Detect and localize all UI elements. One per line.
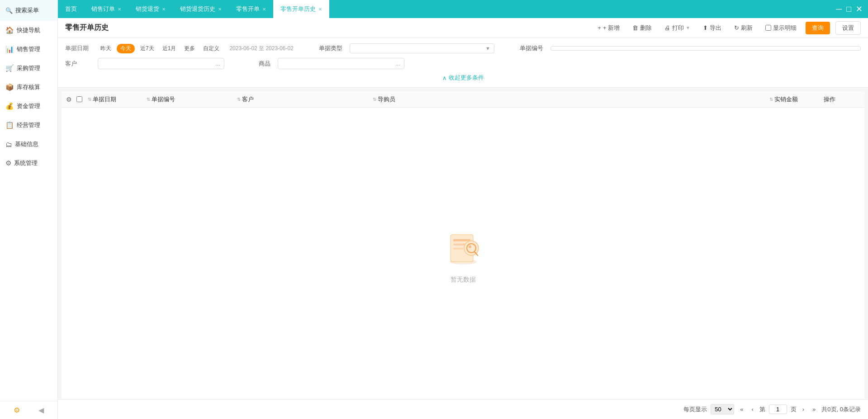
search-icon: 🔍 xyxy=(5,7,13,14)
sidebar-item-sales-mgmt[interactable]: 📊 销售管理 xyxy=(0,40,57,59)
sys-icon: ⚙ xyxy=(5,159,11,167)
main-content: 首页 销售订单 ✕ 销货退货 ✕ 销货退货历史 ✕ 零售开单 ✕ 零售开单历史 … xyxy=(58,0,868,419)
next-page-button[interactable]: › xyxy=(800,405,806,414)
select-all-checkbox[interactable] xyxy=(76,96,82,102)
add-button[interactable]: + + 新增 xyxy=(594,22,623,34)
last7-btn[interactable]: 近7天 xyxy=(138,44,157,53)
sidebar-item-purchase-mgmt[interactable]: 🛒 采购管理 xyxy=(0,59,57,78)
sidebar-item-base-info-label: 基础信息 xyxy=(15,140,38,148)
more-btn[interactable]: 更多 xyxy=(181,44,198,53)
sidebar-item-quick-nav[interactable]: 🏠 快捷导航 xyxy=(0,21,57,40)
print-button[interactable]: 🖨 打印 ▼ xyxy=(661,22,694,34)
page-label-text: 第 xyxy=(759,405,765,414)
table-settings-icon[interactable]: ⚙ xyxy=(66,96,72,103)
query-label: 查询 xyxy=(812,24,824,32)
close-tab-sales-return[interactable]: ✕ xyxy=(162,7,166,12)
close-tab-retail-open-history[interactable]: ✕ xyxy=(318,7,322,12)
collapse-filter-button[interactable]: ∧ 收起更多条件 xyxy=(442,74,484,82)
sidebar-item-inventory-label: 库存核算 xyxy=(17,83,40,91)
close-tab-sales-return-history[interactable]: ✕ xyxy=(218,7,222,12)
query-button[interactable]: 查询 xyxy=(806,22,830,34)
window-min-button[interactable]: ─ xyxy=(836,5,842,14)
export-button[interactable]: ⬆ 导出 xyxy=(699,22,725,34)
doc-type-select[interactable]: ▼ xyxy=(350,43,494,53)
col-header-amount[interactable]: ⇅ 实销金额 xyxy=(769,95,824,104)
tab-sales-return[interactable]: 销货退货 ✕ xyxy=(128,0,173,18)
doc-type-label: 单据类型 xyxy=(319,44,342,52)
window-max-button[interactable]: □ xyxy=(846,5,851,14)
refresh-button[interactable]: ↻ 刷新 xyxy=(730,22,756,34)
sidebar-item-base-info[interactable]: 🗂 基础信息 xyxy=(0,135,57,154)
settings-label: 设置 xyxy=(842,24,854,32)
sidebar-item-sys-mgmt[interactable]: ⚙ 系统管理 xyxy=(0,154,57,173)
tab-retail-open-history[interactable]: 零售开单历史 ✕ xyxy=(273,0,329,18)
table-columns: ⇅ 单据日期 ⇅ 单据编号 ⇅ 客户 ⇅ 导购员 ⇅ 实销 xyxy=(88,95,860,104)
export-icon: ⬆ xyxy=(703,24,708,31)
sidebar-item-finance-label: 资金管理 xyxy=(17,102,40,110)
tab-sales-order[interactable]: 销售订单 ✕ xyxy=(84,0,128,18)
doc-type-arrow-icon: ▼ xyxy=(485,46,490,51)
col-header-guide[interactable]: ⇅ 导购员 xyxy=(373,95,463,104)
ops-icon: 📋 xyxy=(5,121,14,129)
col-header-customer[interactable]: ⇅ 客户 xyxy=(237,95,373,104)
customer-input[interactable]: ... xyxy=(98,58,224,69)
custom-btn[interactable]: 自定义 xyxy=(200,44,222,53)
tab-retail-open-label: 零售开单 xyxy=(236,5,260,13)
close-tab-sales-order[interactable]: ✕ xyxy=(118,7,121,12)
last-month-btn[interactable]: 近1月 xyxy=(160,44,179,53)
display-detail-button[interactable]: 显示明细 xyxy=(762,22,800,34)
delete-button[interactable]: 🗑 删除 xyxy=(629,22,655,34)
svg-rect-4 xyxy=(453,248,463,250)
sidebar-search[interactable]: 🔍 搜索采单 xyxy=(0,0,57,21)
tab-home[interactable]: 首页 xyxy=(58,0,84,18)
yesterday-btn[interactable]: 昨天 xyxy=(98,44,114,53)
first-page-button[interactable]: « xyxy=(738,405,745,414)
goods-dots[interactable]: ... xyxy=(395,60,400,67)
prev-page-button[interactable]: ‹ xyxy=(749,405,755,414)
cart-icon: 🛒 xyxy=(5,64,14,72)
delete-label: 删除 xyxy=(640,24,652,32)
print-arrow-icon: ▼ xyxy=(686,25,690,30)
doc-num-input[interactable] xyxy=(550,46,861,51)
col-header-date[interactable]: ⇅ 单据日期 xyxy=(88,95,147,104)
sort-icon-amount: ⇅ xyxy=(769,97,773,102)
customer-dots[interactable]: ... xyxy=(215,60,220,67)
window-close-button[interactable]: ✕ xyxy=(856,4,863,14)
tab-sales-return-history[interactable]: 销货退货历史 ✕ xyxy=(173,0,229,18)
add-icon: + xyxy=(598,24,601,31)
col-customer-label: 客户 xyxy=(242,95,254,104)
col-date-label: 单据日期 xyxy=(93,95,116,104)
refresh-label: 刷新 xyxy=(741,24,753,32)
today-btn[interactable]: 今天 xyxy=(117,44,135,53)
sidebar-item-finance[interactable]: 💰 资金管理 xyxy=(0,97,57,116)
display-detail-checkbox[interactable] xyxy=(765,25,771,31)
sidebar-item-sales-mgmt-label: 销售管理 xyxy=(17,45,40,53)
filter-row-2: 客户 ... 商品 ... xyxy=(65,58,861,69)
empty-illustration xyxy=(441,223,486,268)
delete-icon: 🗑 xyxy=(632,24,638,31)
current-page-input[interactable] xyxy=(769,405,787,414)
display-detail-label: 显示明细 xyxy=(773,24,797,32)
base-icon: 🗂 xyxy=(5,141,12,148)
customer-filter-label: 客户 xyxy=(65,60,90,68)
sidebar-item-inventory[interactable]: 📦 库存核算 xyxy=(0,78,57,97)
tab-retail-open[interactable]: 零售开单 ✕ xyxy=(229,0,273,18)
toolbar: 零售开单历史 + + 新增 🗑 删除 🖨 打印 ▼ ⬆ 导出 ↻ 刷新 xyxy=(58,18,868,38)
sort-icon: ⇅ xyxy=(88,97,91,102)
sort-icon-num: ⇅ xyxy=(147,97,150,102)
goods-input[interactable]: ... xyxy=(278,58,404,69)
settings-button[interactable]: 设置 xyxy=(835,21,861,35)
collapse-sidebar-button[interactable]: ◀ xyxy=(38,406,44,414)
last-page-button[interactable]: » xyxy=(810,405,818,414)
table-header-bar: ⚙ ⇅ 单据日期 ⇅ 单据编号 ⇅ 客户 ⇅ 导购员 xyxy=(62,91,864,108)
close-tab-retail-open[interactable]: ✕ xyxy=(262,7,266,12)
sidebar-item-quick-nav-label: 快捷导航 xyxy=(17,26,40,34)
svg-point-8 xyxy=(469,245,471,248)
settings-bottom-button[interactable]: ⚙ xyxy=(14,406,20,414)
sidebar-search-label: 搜索采单 xyxy=(15,6,39,14)
sidebar-item-sys-mgmt-label: 系统管理 xyxy=(14,159,38,167)
per-page-select[interactable]: 50 20 100 xyxy=(711,404,734,414)
col-header-num[interactable]: ⇅ 单据编号 xyxy=(147,95,237,104)
tab-retail-open-history-label: 零售开单历史 xyxy=(280,5,316,13)
sidebar-item-ops-mgmt[interactable]: 📋 经营管理 xyxy=(0,116,57,135)
